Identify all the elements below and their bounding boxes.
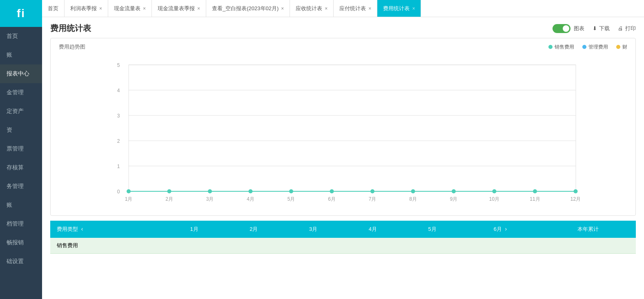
tab-blank-report[interactable]: 查看_空白报表(2023年02月) × [206, 0, 290, 17]
svg-point-14 [167, 189, 172, 193]
svg-text:1月: 1月 [125, 196, 133, 202]
sidebar-item-reports[interactable]: 报表中心 [0, 64, 42, 83]
legend-label-finance: 财 [622, 44, 627, 51]
svg-text:4月: 4月 [247, 196, 254, 202]
table-header-m1: 1月 [165, 221, 224, 238]
sidebar: fi 首页 账 报表中心 金管理 定资产 资 票管理 存核算 务管理 账 档管理… [0, 0, 42, 299]
chart-header: 费用趋势图 销售费用 管理费用 财 [59, 43, 627, 51]
legend-dot-finance [616, 45, 620, 49]
legend-dot-mgmt [582, 45, 586, 49]
chart-legend: 销售费用 管理费用 财 [548, 44, 627, 51]
svg-text:1: 1 [117, 164, 120, 169]
svg-text:12月: 12月 [570, 196, 581, 202]
svg-text:9月: 9月 [450, 196, 458, 202]
chart-toggle[interactable] [553, 24, 570, 33]
table-header-m4: 4月 [343, 221, 403, 238]
table-header-total: 本年累计 [540, 221, 636, 238]
legend-sales: 销售费用 [548, 44, 574, 51]
row-type: 销售费用 [50, 238, 165, 254]
svg-text:3: 3 [117, 113, 120, 119]
svg-point-18 [330, 189, 334, 193]
header-actions: 图表 ⬇ 下载 🖨 打印 [553, 24, 636, 33]
svg-text:6月: 6月 [328, 196, 336, 202]
svg-text:5: 5 [117, 62, 120, 68]
svg-text:8月: 8月 [409, 196, 417, 202]
svg-text:2: 2 [117, 138, 120, 144]
tab-home[interactable]: 首页 [42, 0, 65, 17]
data-table: 费用类型 ‹ 1月 2月 3月 4月 5月 6月 › 本年累计 [50, 221, 636, 254]
print-icon: 🖨 [618, 25, 623, 31]
tab-close-3[interactable]: × [197, 6, 200, 11]
sidebar-item-service[interactable]: 务管理 [0, 177, 42, 196]
tab-close-2[interactable]: × [143, 6, 146, 11]
svg-text:2月: 2月 [165, 196, 173, 202]
row-m2 [224, 238, 284, 254]
content-area: 费用统计表 图表 ⬇ 下载 🖨 打印 费用趋势图 [42, 17, 644, 299]
sidebar-item-assets[interactable]: 定资产 [0, 102, 42, 121]
tab-close-6[interactable]: × [368, 6, 371, 11]
svg-text:3月: 3月 [206, 196, 214, 202]
sidebar-item-fund[interactable]: 金管理 [0, 83, 42, 102]
legend-mgmt: 管理费用 [582, 44, 608, 51]
svg-text:7月: 7月 [369, 196, 377, 202]
svg-point-23 [533, 189, 537, 193]
tab-close-7[interactable]: × [412, 6, 415, 11]
table-row: 销售费用 [50, 238, 636, 254]
svg-text:0: 0 [117, 189, 120, 195]
svg-point-19 [370, 189, 374, 193]
sidebar-item-archive[interactable]: 档管理 [0, 215, 42, 233]
tab-close-5[interactable]: × [325, 6, 328, 11]
main-area: 首页 利润表季报 × 现金流量表 × 现金流量表季报 × 查看_空白报表(202… [42, 0, 644, 299]
tab-bar: 首页 利润表季报 × 现金流量表 × 现金流量表季报 × 查看_空白报表(202… [42, 0, 644, 17]
legend-dot-sales [548, 45, 553, 49]
table-section: 费用类型 ‹ 1月 2月 3月 4月 5月 6月 › 本年累计 [50, 221, 636, 299]
tab-receivable[interactable]: 应收统计表 × [290, 0, 334, 17]
tab-payable[interactable]: 应付统计表 × [334, 0, 377, 17]
chart-toggle-container: 图表 [553, 24, 584, 33]
tab-close-4[interactable]: × [281, 6, 284, 11]
next-arrow[interactable]: › [504, 226, 509, 232]
page-title: 费用统计表 [50, 23, 91, 34]
chart-toggle-label: 图表 [574, 25, 584, 32]
sidebar-item-home[interactable]: 首页 [0, 27, 42, 46]
chart-section: 费用趋势图 销售费用 管理费用 财 [50, 38, 636, 216]
sidebar-item-invoice[interactable]: 票管理 [0, 140, 42, 158]
row-total [540, 238, 636, 254]
svg-point-15 [208, 189, 212, 193]
svg-text:10月: 10月 [489, 196, 499, 202]
tab-profit-quarter[interactable]: 利润表季报 × [65, 0, 108, 17]
sidebar-item-inventory[interactable]: 存核算 [0, 158, 42, 177]
legend-finance: 财 [616, 44, 627, 51]
page-header: 费用统计表 图表 ⬇ 下载 🖨 打印 [42, 17, 644, 38]
row-m3 [283, 238, 343, 254]
sidebar-item-capital[interactable]: 资 [0, 121, 42, 140]
svg-point-17 [289, 189, 293, 193]
tab-cashflow-quarter[interactable]: 现金流量表季报 × [152, 0, 206, 17]
sidebar-item-account[interactable]: 账 [0, 46, 42, 64]
svg-point-13 [127, 189, 131, 193]
row-m6 [462, 238, 540, 254]
print-button[interactable]: 🖨 打印 [618, 25, 636, 32]
tab-cashflow[interactable]: 现金流量表 × [108, 0, 152, 17]
tab-expense-stats[interactable]: 费用统计表 × [377, 0, 421, 17]
svg-point-22 [492, 189, 497, 193]
sidebar-logo: fi [0, 0, 42, 27]
tab-close-1[interactable]: × [99, 6, 102, 11]
row-m5 [403, 238, 462, 254]
table-header-type: 费用类型 ‹ [50, 221, 165, 238]
download-button[interactable]: ⬇ 下载 [593, 25, 610, 32]
sidebar-item-expense[interactable]: 畅报销 [0, 233, 42, 252]
svg-point-21 [452, 189, 456, 193]
svg-text:11月: 11月 [530, 196, 540, 202]
legend-label-sales: 销售费用 [555, 44, 574, 51]
row-m4 [343, 238, 403, 254]
svg-point-24 [574, 189, 578, 193]
sidebar-item-settings[interactable]: 础设置 [0, 252, 42, 271]
sidebar-item-ledger[interactable]: 账 [0, 196, 42, 215]
download-icon: ⬇ [593, 25, 597, 31]
prev-arrow[interactable]: ‹ [80, 226, 85, 232]
svg-point-16 [249, 189, 253, 193]
chart-title: 费用趋势图 [59, 43, 85, 51]
line-chart: 0 1 2 3 4 5 [59, 55, 627, 206]
svg-text:4: 4 [117, 88, 120, 93]
